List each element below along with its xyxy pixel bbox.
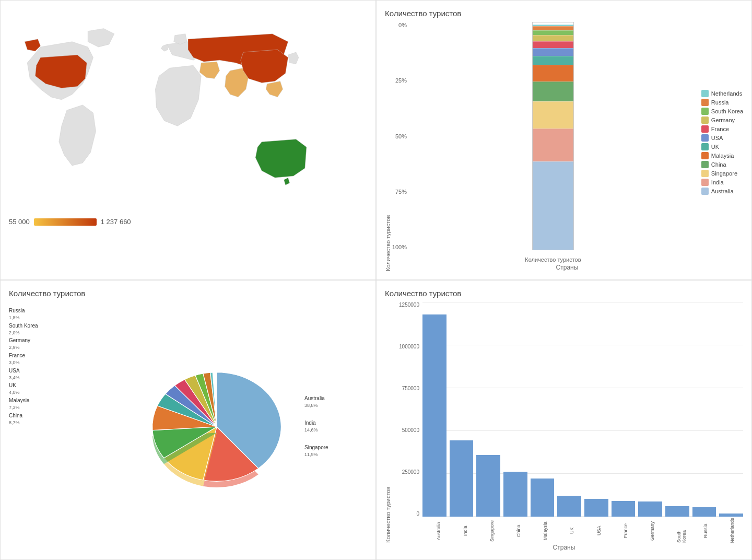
bar-chart-area: Количество туристов 02500005000007500001… bbox=[385, 302, 743, 543]
bar-item-netherlands: Netherlands bbox=[719, 304, 743, 517]
bar-x-label: Netherlands bbox=[730, 519, 735, 543]
bar-rect bbox=[638, 501, 662, 517]
stacked-y-axis: 100% 75% 50% 25% 0% bbox=[391, 22, 410, 263]
bar-rect bbox=[531, 479, 555, 517]
legend-label: Germany bbox=[711, 117, 735, 123]
bar-x-label: Australia bbox=[436, 519, 441, 543]
bar-plot: AustraliaIndiaSingaporeChinaMalaysiaUKUS… bbox=[422, 302, 743, 543]
legend-swatch bbox=[701, 134, 709, 142]
legend-label: Malaysia bbox=[711, 153, 734, 159]
legend-item-france: France bbox=[701, 125, 743, 133]
stacked-segment-india bbox=[533, 129, 573, 162]
stacked-y-axis-title: Количество туристов bbox=[385, 22, 391, 271]
bar-rect bbox=[476, 455, 500, 517]
bar-y-label: 750000 bbox=[402, 386, 419, 391]
bar-item-india: India bbox=[450, 304, 474, 517]
map-legend: 55 000 1 237 660 bbox=[9, 218, 367, 226]
stacked-segment-germany bbox=[533, 35, 573, 42]
bar-rect bbox=[450, 440, 474, 517]
stacked-segment-china bbox=[533, 81, 573, 101]
bar-x-label: France bbox=[623, 519, 628, 543]
legend-item-uk: UK bbox=[701, 143, 743, 150]
pie-label-france: France3,0% bbox=[9, 352, 82, 366]
pie-label-china: China8,7% bbox=[9, 412, 82, 426]
legend-swatch bbox=[701, 161, 709, 168]
bar-x-label: South Korea bbox=[676, 519, 687, 543]
legend-gradient bbox=[34, 218, 97, 226]
bar-item-china: China bbox=[503, 304, 527, 517]
legend-swatch bbox=[701, 188, 709, 195]
bar-rect bbox=[665, 506, 689, 517]
stacked-legend: NetherlandsRussiaSouth KoreaGermanyFranc… bbox=[696, 22, 743, 263]
legend-item-australia: Australia bbox=[701, 188, 743, 195]
stacked-plot: Количество туристов bbox=[410, 22, 696, 263]
pie-label-right-australia: Australia38,8% bbox=[304, 395, 367, 409]
bar-x-label: UK bbox=[569, 519, 574, 543]
stacked-bar-col bbox=[532, 22, 574, 250]
legend-item-germany: Germany bbox=[701, 116, 743, 124]
legend-item-usa: USA bbox=[701, 134, 743, 142]
legend-swatch bbox=[701, 170, 709, 177]
bar-rect bbox=[557, 496, 581, 517]
legend-swatch bbox=[701, 116, 709, 124]
legend-label: South Korea bbox=[711, 108, 743, 114]
bar-x-label: China bbox=[516, 519, 521, 543]
legend-swatch bbox=[701, 108, 709, 115]
bar-rect bbox=[584, 499, 608, 517]
bar-y-label: 0 bbox=[416, 511, 419, 517]
bar-rect bbox=[719, 514, 743, 517]
pie-labels-right: Australia38,8%India14,6%Singapore11,9% bbox=[304, 302, 367, 551]
pie-chart-title: Количество туристов bbox=[9, 289, 367, 298]
stacked-segment-singapore bbox=[533, 101, 573, 129]
legend-label: Singapore bbox=[711, 170, 737, 177]
stacked-x-label: Количество туристов bbox=[525, 256, 581, 263]
bar-item-germany: Germany bbox=[638, 304, 662, 517]
bar-x-label: Russia bbox=[703, 519, 708, 543]
pie-label-russia: Russia1,8% bbox=[9, 307, 82, 321]
legend-label: China bbox=[711, 161, 726, 168]
legend-swatch bbox=[701, 99, 709, 106]
pie-labels-left: Russia1,8%South Korea2,0%Germany2,9%Fran… bbox=[9, 302, 82, 551]
bar-y-label: 1000000 bbox=[399, 344, 419, 349]
bar-rect bbox=[503, 472, 527, 517]
legend-item-russia: Russia bbox=[701, 99, 743, 106]
bar-item-france: France bbox=[612, 304, 636, 517]
legend-swatch bbox=[701, 152, 709, 159]
legend-label: France bbox=[711, 126, 729, 132]
legend-item-netherlands: Netherlands bbox=[701, 90, 743, 97]
legend-swatch bbox=[701, 143, 709, 150]
stacked-bar-quadrant: Количество туристов Количество туристов … bbox=[376, 0, 752, 280]
pie-label-uk: UK4,0% bbox=[9, 382, 82, 396]
stacked-chart-title: Количество туристов bbox=[385, 9, 743, 18]
bar-rect bbox=[692, 507, 716, 517]
stacked-segment-russia bbox=[533, 26, 573, 30]
stacked-segment-malaysia bbox=[533, 65, 573, 81]
bar-x-label: Singapore bbox=[489, 519, 495, 543]
legend-label: India bbox=[711, 179, 724, 185]
legend-min: 55 000 bbox=[9, 218, 30, 226]
bar-rect bbox=[422, 314, 446, 517]
bar-x-label: Germany bbox=[650, 519, 655, 543]
map-quadrant: 55 000 1 237 660 bbox=[0, 0, 376, 280]
legend-swatch bbox=[701, 179, 709, 186]
pie-label-usa: USA3,4% bbox=[9, 367, 82, 381]
legend-item-china: China bbox=[701, 161, 743, 168]
legend-max: 1 237 660 bbox=[101, 218, 131, 226]
stacked-bar-wrap bbox=[410, 22, 696, 263]
stacked-segment-uk bbox=[533, 56, 573, 65]
pie-chart-area: Russia1,8%South Korea2,0%Germany2,9%Fran… bbox=[9, 302, 367, 551]
legend-swatch bbox=[701, 90, 709, 97]
bar-y-label: 1250000 bbox=[399, 302, 419, 308]
bar-item-uk: UK bbox=[557, 304, 581, 517]
pie-label-right-singapore: Singapore11,9% bbox=[304, 444, 367, 458]
bar-y-label: 250000 bbox=[402, 469, 419, 475]
bar-item-singapore: Singapore bbox=[476, 304, 500, 517]
pie-quadrant: Количество туристов Russia1,8%South Kore… bbox=[0, 280, 376, 560]
legend-label: Australia bbox=[711, 188, 734, 194]
legend-label: Russia bbox=[711, 99, 729, 106]
bar-item-malaysia: Malaysia bbox=[531, 304, 555, 517]
bar-item-usa: USA bbox=[584, 304, 608, 517]
legend-label: UK bbox=[711, 144, 719, 150]
legend-item-malaysia: Malaysia bbox=[701, 152, 743, 159]
bar-y-axis: 025000050000075000010000001250000 bbox=[391, 302, 422, 543]
